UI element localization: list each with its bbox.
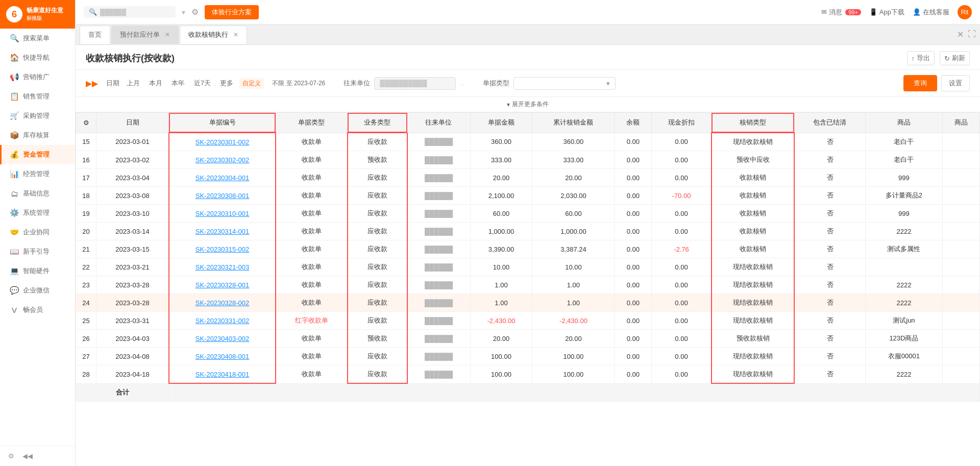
th-biz-type[interactable]: 业务类型: [348, 113, 407, 133]
sidebar-item-system[interactable]: ⚙️ 系统管理: [0, 203, 75, 223]
th-date[interactable]: 日期: [96, 113, 169, 133]
tab-receipt[interactable]: 收款核销执行 ✕: [180, 26, 247, 44]
th-cum-amount[interactable]: 累计核销金额: [532, 113, 615, 133]
doc-no-link[interactable]: SK-20230301-002: [195, 138, 250, 146]
doc-no-link[interactable]: SK-20230314-001: [195, 228, 250, 235]
th-product1[interactable]: 商品: [865, 113, 942, 133]
cell-no: 23: [76, 276, 96, 294]
date-custom[interactable]: 自定义: [239, 78, 264, 89]
message-icon: ✉: [821, 8, 827, 16]
sidebar-nav: 🔍 搜索菜单 🏠 快捷导航 📢 营销推广 📋 销售管理 🛒 采购管理 📦 库存核…: [0, 29, 75, 446]
doc-no-link[interactable]: SK-20230328-002: [195, 299, 250, 307]
cell-doc-type: 收款单: [276, 205, 348, 223]
app-download-area[interactable]: 📱 App下载: [869, 8, 904, 17]
doc-type-label: 单据类型: [483, 79, 509, 88]
sidebar-item-corp[interactable]: 🤝 企业协同: [0, 223, 75, 242]
cell-biz-type: 应收款: [348, 312, 407, 330]
cell-cum-amount: 1.00: [532, 276, 615, 294]
sidebar-item-search[interactable]: 🔍 搜索菜单: [0, 29, 75, 48]
purchase-nav-icon: 🛒: [10, 111, 19, 120]
table-container: ⚙ 日期 单据编号 单据类型 业务类型 往来单位 单据金额 累计核销金额 余额 …: [76, 112, 980, 466]
date-this-month[interactable]: 本月: [146, 78, 165, 89]
user-avatar[interactable]: Rit: [958, 5, 972, 19]
export-button[interactable]: ↑ 导出: [907, 51, 935, 65]
doc-no-link[interactable]: SK-20230308-001: [195, 192, 250, 200]
date-7days[interactable]: 近7天: [191, 78, 214, 89]
cell-no: 21: [76, 240, 96, 258]
sidebar-item-purchase[interactable]: 🛒 采购管理: [0, 106, 75, 126]
sidebar-item-member[interactable]: V 畅会员: [0, 300, 75, 320]
industry-solution-button[interactable]: 体验行业方案: [205, 5, 259, 19]
tab-prepay-close-icon[interactable]: ✕: [165, 31, 170, 38]
settings-icon[interactable]: ⚙: [8, 452, 14, 460]
sidebar-item-hardware[interactable]: 💻 智能硬件: [0, 261, 75, 281]
doc-no-link[interactable]: SK-20230328-001: [195, 281, 250, 289]
cell-partner: ██████: [407, 258, 470, 276]
refresh-button[interactable]: ↻ 刷新: [940, 51, 970, 65]
gear-icon[interactable]: ⚙: [191, 7, 199, 17]
dropdown-arrow-icon[interactable]: ▾: [182, 8, 185, 16]
th-product2[interactable]: 商品: [943, 113, 980, 133]
table-footer-row: 合计: [76, 383, 980, 401]
collapse-icon[interactable]: ◀◀: [22, 452, 33, 460]
cell-no: 20: [76, 223, 96, 240]
doc-type-select[interactable]: ▾: [513, 77, 616, 90]
doc-no-link[interactable]: SK-20230403-002: [195, 335, 250, 342]
query-button[interactable]: 查询: [903, 75, 937, 91]
sidebar-item-marketing[interactable]: 📢 营销推广: [0, 67, 75, 87]
sidebar-item-finance[interactable]: 💰 资金管理: [0, 145, 75, 164]
doc-no-link[interactable]: SK-20230315-002: [195, 246, 250, 253]
tab-receipt-close-icon[interactable]: ✕: [233, 31, 238, 38]
cell-included: 否: [794, 258, 865, 276]
sidebar-item-wechat[interactable]: 💬 企业微信: [0, 281, 75, 300]
cell-included: 否: [794, 240, 865, 258]
sidebar-item-shortcut[interactable]: 🏠 快捷导航: [0, 48, 75, 67]
cell-discount: 0.00: [652, 258, 712, 276]
tab-fullscreen-icon[interactable]: ⛶: [968, 30, 976, 39]
cell-doc-no: SK-20230304-001: [169, 169, 276, 187]
sidebar-item-basic[interactable]: 🗂 基础信息: [0, 184, 75, 203]
service-area[interactable]: 👤 在线客服: [913, 8, 949, 17]
expand-more-button[interactable]: ▾ 展开更多条件: [507, 100, 549, 109]
th-settings[interactable]: ⚙: [76, 113, 96, 133]
doc-no-link[interactable]: SK-20230331-002: [195, 317, 250, 325]
th-doc-type[interactable]: 单据类型: [276, 113, 348, 133]
date-more[interactable]: 更多: [217, 78, 236, 89]
doc-no-link[interactable]: SK-20230302-002: [195, 156, 250, 164]
cell-partner: ██████: [407, 276, 470, 294]
doc-no-link[interactable]: SK-20230408-001: [195, 353, 250, 360]
th-included[interactable]: 包含已结清: [794, 113, 865, 133]
settings-button[interactable]: 设置: [941, 75, 970, 91]
th-amount[interactable]: 单据金额: [470, 113, 532, 133]
th-balance[interactable]: 余额: [615, 113, 652, 133]
doc-no-link[interactable]: SK-20230304-001: [195, 174, 250, 182]
finance-nav-icon: 💰: [10, 150, 19, 159]
tab-home[interactable]: 首页: [80, 26, 110, 44]
table-row: 24 2023-03-28 SK-20230328-002 收款单 应收款 ██…: [76, 294, 980, 312]
th-partner[interactable]: 往来单位: [407, 113, 470, 133]
partner-input[interactable]: [374, 77, 456, 90]
th-discount[interactable]: 现金折扣: [652, 113, 712, 133]
date-prev-month[interactable]: 上月: [124, 78, 143, 89]
sidebar-item-inventory[interactable]: 📦 库存核算: [0, 126, 75, 145]
sidebar-item-sales[interactable]: 📋 销售管理: [0, 87, 75, 106]
cell-date: 2023-04-08: [96, 348, 169, 365]
cell-doc-no: SK-20230328-001: [169, 276, 276, 294]
date-this-year[interactable]: 本年: [168, 78, 188, 89]
sidebar-item-operation[interactable]: 📊 经营管理: [0, 164, 75, 184]
operation-nav-icon: 📊: [10, 169, 19, 179]
tab-prepay[interactable]: 预付款应付单 ✕: [111, 26, 179, 44]
sidebar: 6 畅康道好生意 标推版 🔍 搜索菜单 🏠 快捷导航 📢 营销推广 📋 销售管理…: [0, 0, 76, 466]
sidebar-item-guide[interactable]: 📖 新手引导: [0, 242, 75, 261]
logo-icon: 6: [6, 6, 22, 22]
doc-no-link[interactable]: SK-20230418-001: [195, 371, 250, 378]
cell-doc-no: SK-20230403-002: [169, 330, 276, 348]
doc-no-link[interactable]: SK-20230310-001: [195, 210, 250, 217]
th-doc-no[interactable]: 单据编号: [169, 113, 276, 133]
message-label: 消息: [829, 8, 842, 17]
th-cancel-type[interactable]: 核销类型: [712, 113, 795, 133]
message-area[interactable]: ✉ 消息 99+: [821, 8, 861, 17]
tab-close-all-icon[interactable]: ✕: [957, 30, 964, 39]
doc-no-link[interactable]: SK-20230321-003: [195, 263, 250, 271]
filter-toggle-btn[interactable]: ▶▶: [86, 79, 98, 88]
